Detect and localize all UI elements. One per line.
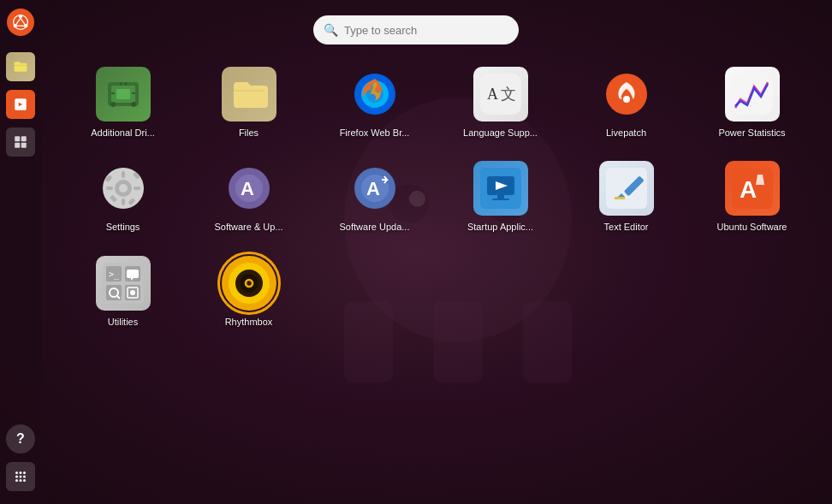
text-editor-icon — [599, 161, 654, 216]
svg-rect-35 — [120, 82, 122, 86]
utilities-label: Utilities — [108, 316, 138, 328]
app-item-startup[interactable]: Startup Applic... — [437, 154, 563, 240]
svg-rect-16 — [21, 136, 27, 141]
utilities-icon: >_ — [96, 256, 151, 311]
language-label: Language Supp... — [463, 127, 538, 139]
livepatch-icon — [599, 67, 654, 122]
svg-rect-17 — [15, 143, 20, 148]
svg-rect-68 — [606, 168, 647, 209]
app-item-language[interactable]: A 文 Language Supp... — [437, 60, 563, 145]
sidebar-item-ubuntu[interactable] — [3, 5, 38, 39]
rhythmbox-label: Rhythmbox — [225, 316, 273, 328]
sidebar-item-grid[interactable] — [3, 460, 38, 494]
svg-point-20 — [20, 471, 22, 474]
app-item-software-upda[interactable]: A Software Upda... — [312, 154, 437, 240]
app-item-firefox[interactable]: Firefox Web Br... — [312, 60, 437, 145]
svg-rect-49 — [122, 171, 125, 178]
svg-rect-66 — [492, 199, 509, 200]
firefox-label: Firefox Web Br... — [340, 127, 410, 139]
app-grid: Additional Dri... Files Firefox Web Br..… — [60, 60, 815, 487]
startup-label: Startup Applic... — [467, 221, 533, 233]
svg-rect-50 — [122, 199, 125, 205]
svg-point-43 — [606, 74, 647, 115]
svg-text:文: 文 — [501, 86, 516, 103]
svg-text:A: A — [241, 178, 254, 199]
svg-point-24 — [23, 476, 26, 478]
svg-point-26 — [20, 479, 22, 482]
svg-line-13 — [21, 18, 25, 25]
files-icon — [222, 67, 276, 122]
svg-point-44 — [623, 96, 630, 103]
svg-point-27 — [23, 479, 26, 482]
svg-rect-71 — [615, 197, 625, 199]
additional-drivers-icon — [96, 67, 151, 122]
svg-rect-51 — [106, 187, 113, 190]
ubuntu-software-icon: A — [725, 161, 780, 216]
software-upda-label: Software Upda... — [340, 221, 410, 233]
search-icon: 🔍 — [324, 23, 338, 37]
svg-rect-15 — [15, 136, 20, 141]
sidebar-item-files[interactable] — [3, 50, 38, 84]
power-statistics-label: Power Statistics — [718, 127, 785, 139]
software-up-label: Software & Up... — [214, 221, 282, 233]
settings-icon — [96, 161, 151, 216]
app-item-files[interactable]: Files — [186, 60, 312, 145]
settings-label: Settings — [106, 221, 140, 233]
firefox-icon — [348, 67, 402, 122]
sidebar-item-ubuntu-software[interactable] — [3, 87, 38, 122]
svg-point-25 — [15, 479, 18, 482]
svg-rect-34 — [132, 92, 135, 94]
sidebar: ? — [0, 0, 41, 504]
svg-point-22 — [15, 476, 18, 478]
svg-rect-65 — [497, 195, 504, 199]
startup-icon — [473, 161, 528, 216]
app-item-software-up[interactable]: A Software & Up... — [186, 154, 312, 240]
files-label: Files — [239, 127, 259, 139]
app-item-additional-drivers[interactable]: Additional Dri... — [60, 60, 186, 145]
svg-point-19 — [15, 471, 18, 474]
app-item-rhythmbox[interactable]: Rhythmbox — [186, 249, 312, 335]
svg-point-31 — [110, 102, 116, 107]
svg-rect-52 — [134, 187, 140, 190]
additional-drivers-label: Additional Dri... — [91, 127, 155, 139]
svg-point-89 — [247, 281, 251, 285]
svg-point-32 — [131, 102, 136, 107]
svg-rect-18 — [21, 143, 27, 148]
svg-point-48 — [119, 184, 128, 193]
ubuntu-icon — [7, 9, 34, 36]
text-editor-label: Text Editor — [604, 221, 649, 233]
language-icon: A 文 — [473, 67, 528, 122]
ubuntu-software-label: Ubuntu Software — [717, 221, 787, 233]
svg-line-12 — [16, 18, 21, 25]
svg-point-21 — [23, 471, 26, 474]
svg-rect-33 — [111, 92, 115, 94]
svg-point-9 — [19, 15, 22, 18]
power-statistics-icon — [725, 67, 780, 122]
app-item-settings[interactable]: Settings — [60, 154, 186, 240]
svg-point-23 — [20, 476, 22, 478]
app-item-text-editor[interactable]: Text Editor — [563, 154, 689, 240]
svg-text:>_: >_ — [109, 270, 120, 280]
app-item-livepatch[interactable]: Livepatch — [563, 60, 689, 145]
software-upda-icon: A — [348, 161, 402, 216]
software-up-icon: A — [222, 161, 276, 216]
app-item-power-statistics[interactable]: Power Statistics — [689, 60, 815, 145]
livepatch-label: Livepatch — [606, 127, 646, 139]
rhythmbox-icon — [222, 256, 276, 311]
svg-text:A: A — [366, 178, 380, 199]
svg-rect-36 — [125, 82, 127, 86]
sidebar-item-help[interactable]: ? — [3, 422, 38, 456]
app-item-utilities[interactable]: >_ Utilities — [60, 249, 186, 335]
sidebar-item-blank[interactable] — [3, 125, 38, 159]
app-item-ubuntu-software[interactable]: A Ubuntu Software — [689, 154, 815, 240]
search-bar: 🔍 — [313, 15, 519, 44]
svg-text:A: A — [740, 176, 757, 203]
svg-point-83 — [130, 290, 135, 295]
search-input[interactable] — [313, 15, 519, 44]
svg-rect-30 — [116, 89, 130, 99]
svg-text:A: A — [487, 86, 498, 103]
sidebar-bottom — [3, 460, 38, 494]
